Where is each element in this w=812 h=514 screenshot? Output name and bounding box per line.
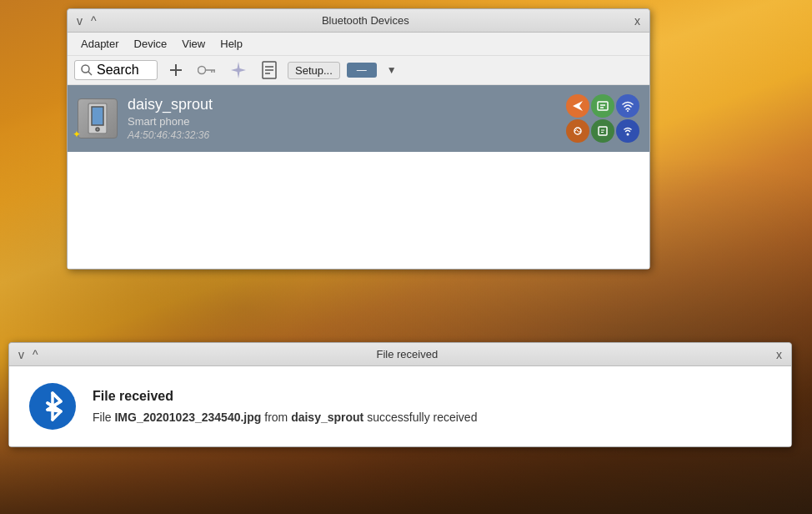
browse-button[interactable]: [258, 59, 281, 81]
browse-icon: [261, 61, 278, 79]
svg-rect-20: [599, 127, 607, 135]
file-received-maximize-button[interactable]: ^: [30, 349, 41, 360]
bluetooth-window-close-button[interactable]: x: [632, 15, 643, 27]
svg-line-1: [88, 72, 92, 75]
device-list: ✦ daisy_sprout Smart phone A4:50:46:43:3…: [68, 85, 649, 269]
empty-device-area: [68, 152, 649, 260]
menu-device[interactable]: Device: [128, 36, 174, 52]
star-icon: [229, 61, 248, 79]
device-mac: A4:50:46:43:32:36: [128, 129, 566, 141]
file-received-titlebar: v ^ File received x: [9, 343, 791, 366]
browse-action-icon[interactable]: [591, 94, 614, 118]
file-received-window: v ^ File received x File received File I…: [8, 342, 792, 447]
device-item[interactable]: ✦ daisy_sprout Smart phone A4:50:46:43:3…: [68, 85, 649, 152]
menu-help[interactable]: Help: [213, 36, 249, 52]
source-device: daisy_sprout: [291, 411, 363, 424]
bluetooth-window-right-controls: x: [632, 15, 643, 27]
svg-point-4: [198, 67, 206, 74]
svg-point-18: [627, 110, 629, 112]
device-phone-icon: [78, 98, 118, 139]
file-received-minimize-button[interactable]: v: [16, 349, 27, 360]
action-icon-6[interactable]: [616, 119, 639, 143]
file-received-content: File received File IMG_20201023_234540.j…: [9, 366, 791, 446]
bluetooth-toolbar: Search: [68, 56, 649, 85]
message-prefix: File: [93, 411, 114, 424]
dropdown-arrow-icon: ▼: [387, 64, 397, 76]
bluetooth-menu-bar: Adapter Device View Help: [68, 33, 649, 56]
file-received-text-area: File received File IMG_20201023_234540.j…: [93, 389, 771, 424]
bluetooth-window-maximize-button[interactable]: ^: [88, 15, 99, 27]
file-received-title: File received: [41, 348, 774, 360]
add-device-button[interactable]: [164, 60, 188, 80]
add-icon: [168, 62, 184, 78]
file-received-description: File IMG_20201023_234540.jpg from daisy_…: [93, 411, 771, 424]
menu-view[interactable]: View: [175, 36, 212, 52]
svg-rect-15: [598, 102, 608, 110]
svg-point-0: [82, 65, 89, 73]
search-icon: [80, 63, 93, 77]
minus-icon: —: [357, 64, 367, 76]
device-type: Smart phone: [128, 115, 566, 128]
file-name: IMG_20201023_234540.jpg: [114, 411, 261, 424]
action-icon-4[interactable]: [566, 119, 589, 143]
message-suffix: successfully received: [363, 411, 477, 424]
svg-rect-13: [92, 107, 103, 125]
dropdown-button[interactable]: ▼: [383, 63, 400, 78]
svg-point-23: [627, 134, 629, 136]
search-label: Search: [97, 63, 139, 78]
key-button[interactable]: [194, 63, 219, 78]
device-icon-area: ✦: [78, 98, 118, 139]
bluetooth-window-title: Bluetooth Devices: [99, 14, 632, 27]
setup-button[interactable]: Setup...: [288, 62, 340, 79]
search-field[interactable]: Search: [74, 60, 158, 80]
wifi-action-icon[interactable]: [616, 94, 639, 118]
file-received-heading: File received: [93, 389, 771, 404]
device-name: daisy_sprout: [128, 96, 566, 113]
setup-label: Setup...: [295, 64, 333, 77]
menu-adapter[interactable]: Adapter: [74, 36, 126, 52]
disconnect-button[interactable]: —: [347, 63, 377, 78]
svg-point-14: [96, 128, 99, 131]
device-action-icons: [566, 94, 639, 143]
bluetooth-devices-window: v ^ Bluetooth Devices x Adapter Device V…: [67, 8, 650, 270]
file-received-right-controls: x: [774, 349, 784, 360]
trust-button[interactable]: [226, 59, 251, 81]
bluetooth-window-titlebar: v ^ Bluetooth Devices x: [68, 9, 649, 33]
key-icon: [198, 64, 216, 76]
device-info: daisy_sprout Smart phone A4:50:46:43:32:…: [128, 96, 566, 141]
bluetooth-window-minimize-button[interactable]: v: [74, 15, 85, 27]
file-received-close-button[interactable]: x: [774, 349, 784, 360]
message-middle: from: [261, 411, 291, 424]
bluetooth-logo: [29, 383, 76, 430]
action-icon-5[interactable]: [591, 119, 614, 143]
send-action-icon[interactable]: [566, 94, 589, 118]
bluetooth-window-left-controls: v ^: [74, 15, 99, 27]
trusted-star-badge: ✦: [73, 128, 81, 140]
file-received-left-controls: v ^: [16, 349, 41, 360]
